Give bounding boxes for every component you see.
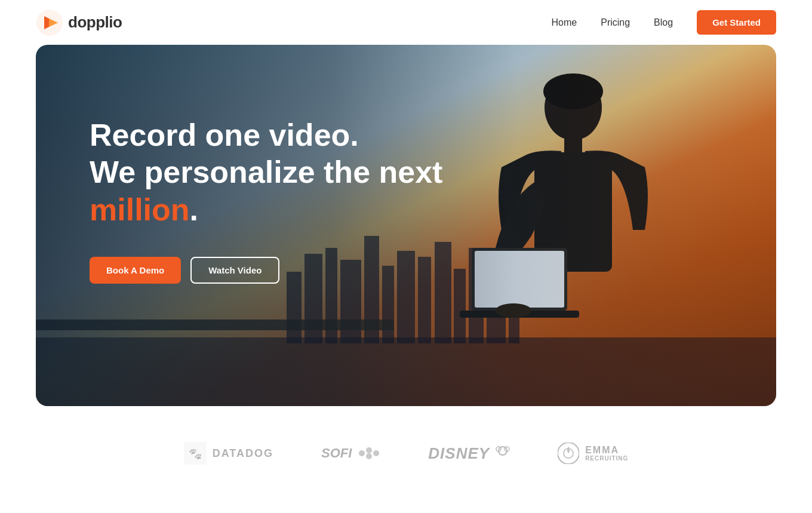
navbar: dopplio Home Pricing Blog Get Started	[0, 0, 812, 45]
hero-title-line1: Record one video.	[90, 118, 359, 152]
nav-pricing[interactable]: Pricing	[601, 17, 630, 28]
hero-section: Record one video. We personalize the nex…	[36, 45, 776, 406]
nav-links: Home Pricing Blog Get Started	[552, 10, 776, 35]
sofi-icon	[358, 446, 380, 460]
logo-icon	[36, 9, 63, 36]
logos-section: 🐾 DATADOG SoFi Disney EMMA RECRUITI	[0, 418, 812, 489]
hero-content: Record one video. We personalize the nex…	[36, 45, 776, 355]
nav-home[interactable]: Home	[552, 17, 577, 28]
hero-title-prefix: We personalize the next	[90, 155, 442, 189]
logo-emma: EMMA RECRUITING	[558, 443, 628, 464]
emma-sub-label: RECRUITING	[585, 455, 628, 462]
hero-title-accent: million	[90, 192, 190, 227]
book-demo-button[interactable]: Book A Demo	[90, 257, 181, 284]
svg-point-29	[366, 447, 372, 453]
logo-sofi: SoFi	[321, 446, 380, 461]
datadog-icon: 🐾	[184, 442, 207, 465]
svg-point-31	[366, 453, 372, 459]
hero-title: Record one video. We personalize the nex…	[90, 116, 496, 228]
svg-point-30	[373, 450, 379, 456]
get-started-button[interactable]: Get Started	[697, 10, 776, 35]
logo-text: dopplio	[68, 13, 122, 32]
hero-title-suffix: .	[190, 192, 198, 227]
svg-point-28	[359, 450, 365, 456]
sofi-label: SoFi	[321, 446, 352, 461]
hero-buttons: Book A Demo Watch Video	[90, 257, 722, 284]
disney-label: Disney	[428, 444, 490, 463]
watch-video-button[interactable]: Watch Video	[190, 257, 279, 284]
hero-title-line2: We personalize the next million.	[90, 153, 496, 228]
logo-disney: Disney	[428, 444, 510, 463]
emma-label: EMMA	[585, 445, 628, 456]
svg-text:🐾: 🐾	[189, 447, 202, 460]
logo[interactable]: dopplio	[36, 9, 122, 36]
emma-icon	[558, 443, 579, 464]
datadog-label: DATADOG	[213, 447, 273, 460]
nav-blog[interactable]: Blog	[654, 17, 673, 28]
disney-icon	[496, 446, 510, 460]
logo-datadog: 🐾 DATADOG	[184, 442, 273, 465]
